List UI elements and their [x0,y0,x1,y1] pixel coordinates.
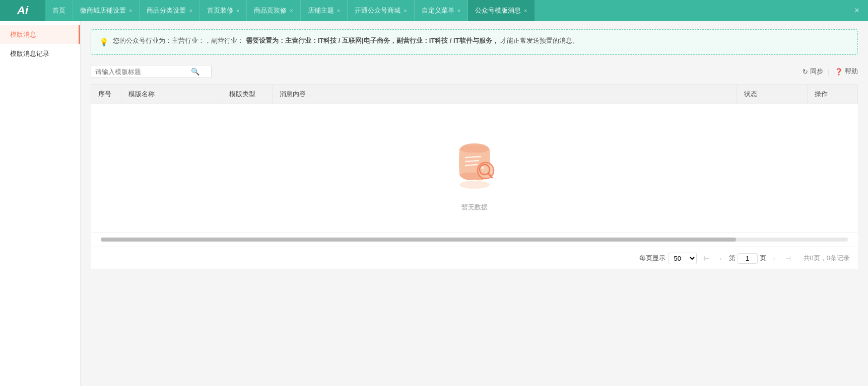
col-status: 状态 [737,85,808,104]
sync-button[interactable]: ↻ 同步 [803,67,823,76]
help-button[interactable]: ❓ 帮助 [835,67,858,76]
last-page-button[interactable]: ⊣ [782,252,794,264]
tab-close-wechat-shop[interactable]: × [404,8,407,14]
sidebar-item-template[interactable]: 模版消息 [0,25,80,44]
main-layout: 模版消息模版消息记录 💡 您的公众号行业为：主营行业：，副营行业： 需要设置为：… [0,21,868,386]
page-size-selector: 每页显示 102050100 [639,253,697,264]
app-logo: Ai [0,0,45,21]
sidebar: 模版消息模版消息记录 [0,21,81,386]
prev-page-button[interactable]: ‹ [715,252,727,264]
notice-highlight: 需要设置为：主营行业：IT科技 / 互联网|电子商务，副营行业：IT科技 / I… [246,37,499,44]
tab-close-custom-menu[interactable]: × [457,8,460,14]
tab-close-product-page[interactable]: × [290,8,293,14]
notice-banner: 💡 您的公众号行业为：主营行业：，副营行业： 需要设置为：主营行业：IT科技 /… [91,29,858,55]
search-input[interactable] [95,68,191,75]
tab-homepage[interactable]: 首页装修× [200,0,247,21]
next-page-button[interactable]: › [768,252,780,264]
page-size-select[interactable]: 102050100 [669,253,697,264]
tab-custom-menu[interactable]: 自定义菜单× [415,0,468,21]
page-label-post: 页 [760,254,766,263]
help-icon: ❓ [835,68,843,75]
empty-illustration [444,134,505,195]
pagination: 每页显示 102050100 ⊢ ‹ 第 页 › ⊣ 共0页，0条记录 [91,247,858,269]
page-label-pre: 第 [729,254,736,263]
tab-list: 首页微商城店铺设置×商品分类设置×首页装修×商品页装修×店铺主题×开通公众号商城… [45,0,852,21]
sync-label: 同步 [810,67,823,76]
topbar: Ai 首页微商城店铺设置×商品分类设置×首页装修×商品页装修×店铺主题×开通公众… [0,0,868,21]
svg-point-0 [459,181,490,189]
total-info: 共0页，0条记录 [804,254,850,263]
notice-icon: 💡 [99,36,109,48]
svg-point-7 [481,166,484,169]
tab-wechat-shop[interactable]: 开通公众号商城× [348,0,414,21]
tab-template-msg[interactable]: 公众号模版消息× [468,0,535,21]
col-type: 模版类型 [222,85,273,104]
tab-close-homepage[interactable]: × [236,8,239,14]
first-page-button[interactable]: ⊢ [701,252,713,264]
tab-close-template-msg[interactable]: × [524,8,527,14]
toolbar-divider: | [828,68,830,75]
scrollbar-thumb[interactable] [101,238,736,242]
empty-text: 暂无数据 [461,203,488,212]
sidebar-item-template-log[interactable]: 模版消息记录 [0,44,80,63]
toolbar-right: ↻ 同步 | ❓ 帮助 [803,67,858,76]
search-icon[interactable]: 🔍 [191,67,199,75]
help-label: 帮助 [845,67,858,76]
empty-state: 暂无数据 [91,104,858,232]
tab-wshop[interactable]: 微商城店铺设置× [73,0,140,21]
page-input[interactable] [738,253,758,264]
tab-home[interactable]: 首页 [45,0,73,21]
sync-icon: ↻ [803,68,808,75]
tab-product-page[interactable]: 商品页装修× [247,0,300,21]
col-content: 消息内容 [273,85,737,104]
page-size-label: 每页显示 [639,254,665,263]
tab-theme[interactable]: 店铺主题× [301,0,348,21]
page-nav: ⊢ ‹ 第 页 › ⊣ [701,252,794,264]
col-name: 模版名称 [121,85,222,104]
tab-close-category[interactable]: × [189,8,192,14]
scrollbar-area [91,232,858,247]
search-bar: 🔍 ↻ 同步 | ❓ 帮助 [91,65,858,78]
col-action: 操作 [808,85,858,104]
scrollbar-track[interactable] [101,238,848,242]
content-area: 💡 您的公众号行业为：主营行业：，副营行业： 需要设置为：主营行业：IT科技 /… [81,21,868,386]
tab-close-theme[interactable]: × [337,8,340,14]
col-index: 序号 [91,85,121,104]
close-all-button[interactable]: × [852,6,862,15]
tab-category[interactable]: 商品分类设置× [140,0,199,21]
search-input-wrap: 🔍 [91,65,212,78]
data-table: 序号模版名称模版类型消息内容状态操作 [91,84,858,104]
notice-text: 您的公众号行业为：主营行业：，副营行业： 需要设置为：主营行业：IT科技 / 互… [113,36,579,46]
tab-close-wshop[interactable]: × [129,8,132,14]
